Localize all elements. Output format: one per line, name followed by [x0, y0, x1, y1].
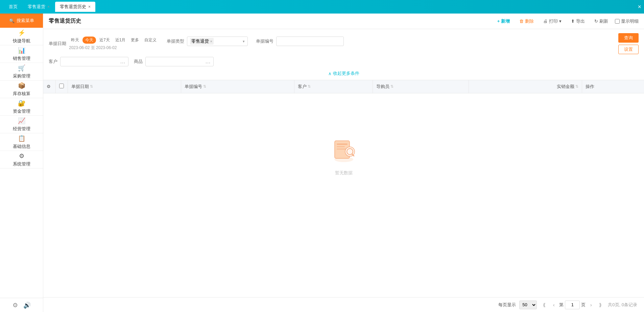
sys-mgmt-icon: ⚙ [19, 152, 24, 160]
tab-retail-return-close[interactable]: × [47, 4, 50, 9]
date-1month-btn[interactable]: 近1月 [113, 37, 128, 44]
search-menu-label: 搜索菜单 [17, 18, 34, 24]
last-page-button[interactable]: ⟫ [596, 301, 604, 309]
voucher-type-group: 单据类型 零售退货 × ▾ [167, 37, 248, 46]
tab-retail-return[interactable]: 零售退货 × [23, 2, 54, 12]
export-button[interactable]: ⬆ 导出 [568, 17, 588, 26]
next-page-button[interactable]: › [587, 301, 595, 309]
collapse-label: 收起更多条件 [333, 70, 359, 76]
display-detail-toggle[interactable]: 显示明细 [615, 18, 639, 24]
sidebar: 🔍 搜索菜单 ⚡ 快捷导航 📊 销售管理 🛒 采购管理 📦 库存核算 🔐 [0, 14, 43, 312]
collapse-icon: ∧ [328, 71, 332, 76]
guide-sort-icon[interactable]: ⇅ [390, 84, 393, 89]
voucher-type-select[interactable]: 零售退货 × ▾ [187, 37, 248, 46]
sidebar-item-basic-info[interactable]: 📋 基础信息 [0, 133, 43, 151]
sidebar-item-sales-mgmt[interactable]: 📊 销售管理 [0, 45, 43, 63]
empty-state: 暂无数据 [43, 93, 644, 196]
date-more-btn[interactable]: 更多 [129, 37, 141, 44]
date-col: 昨天 今天 近7天 近1月 更多 自定义 2023-06-02 至 2023-0… [69, 37, 159, 51]
per-page-select[interactable]: 20 50 100 200 [519, 300, 537, 309]
volume-icon[interactable]: 🔊 [23, 302, 31, 309]
prev-page-button[interactable]: ‹ [550, 301, 558, 309]
delete-button[interactable]: 🗑 删除 [517, 17, 536, 26]
display-detail-checkbox[interactable] [615, 19, 620, 24]
th-operation-label: 操作 [586, 84, 594, 89]
page-nav: ⟪ ‹ 第 1 页 › ⟫ [540, 300, 604, 309]
sidebar-item-quick-nav[interactable]: ⚡ 快捷导航 [0, 28, 43, 45]
voucher-number-input[interactable] [276, 37, 344, 46]
data-table: ⚙ 单据日期 ⇅ 单据编号 [43, 80, 644, 196]
date-yesterday-btn[interactable]: 昨天 [69, 37, 81, 44]
customer-sort-icon[interactable]: ⇅ [308, 84, 311, 89]
print-icon: 🖨 [543, 19, 548, 24]
page-title: 零售退货历史 [49, 18, 81, 25]
voucher-number-sort-icon[interactable]: ⇅ [203, 84, 206, 89]
page-label: 第 [559, 302, 564, 308]
th-customer[interactable]: 客户 ⇅ [294, 80, 373, 93]
tab-home[interactable]: 首页 [4, 2, 22, 12]
new-button[interactable]: + 新增 [495, 17, 512, 26]
sidebar-item-biz-mgmt[interactable]: 📈 经营管理 [0, 116, 43, 133]
tab-retail-return-label: 零售退货 [28, 4, 45, 10]
goods-label: 商品 [134, 59, 143, 65]
filter-area: 单据日期 昨天 今天 近7天 近1月 更多 自定义 2023-06-02 至 2… [43, 29, 644, 80]
th-operation: 操作 [582, 80, 644, 93]
th-guide[interactable]: 导购员 ⇅ [373, 80, 469, 93]
date-7days-btn[interactable]: 近7天 [97, 37, 112, 44]
voucher-type-arrow: ▾ [243, 39, 245, 44]
page-number-input[interactable]: 1 [565, 300, 580, 309]
th-checkbox[interactable] [55, 80, 68, 93]
goods-filter-group: 商品 … [134, 57, 214, 66]
sidebar-item-purchase-label: 采购管理 [13, 73, 30, 79]
th-voucher-date[interactable]: 单据日期 ⇅ [68, 80, 181, 93]
voucher-type-tag-close[interactable]: × [210, 39, 212, 43]
customer-label: 客户 [49, 59, 57, 65]
search-icon: 🔍 [9, 18, 15, 23]
customer-input-wrap[interactable]: … [60, 57, 128, 66]
date-custom-btn[interactable]: 自定义 [142, 37, 159, 44]
date-filters: 昨天 今天 近7天 近1月 更多 自定义 [69, 37, 159, 44]
sidebar-item-inventory[interactable]: 📦 库存核算 [0, 81, 43, 98]
first-page-button[interactable]: ⟪ [540, 301, 548, 309]
th-voucher-number-label: 单据编号 [185, 84, 202, 90]
purchase-mgmt-icon: 🛒 [18, 64, 25, 72]
voucher-date-sort-icon[interactable]: ⇅ [90, 84, 93, 89]
th-settings[interactable]: ⚙ [43, 80, 55, 93]
biz-mgmt-icon: 📈 [18, 117, 25, 125]
actual-amount-sort-icon[interactable]: ⇅ [575, 84, 578, 89]
goods-dots-icon[interactable]: … [205, 59, 211, 65]
goods-input-wrap[interactable]: … [145, 57, 214, 66]
sidebar-item-inventory-label: 库存核算 [13, 91, 30, 97]
collapse-bar[interactable]: ∧ 收起更多条件 [49, 69, 639, 77]
print-button[interactable]: 🖨 打印 ▾ [541, 17, 564, 26]
filter-section: 单据日期 昨天 今天 近7天 近1月 更多 自定义 2023-06-02 至 2… [49, 37, 613, 51]
top-bar-right: × [635, 3, 641, 10]
sidebar-item-purchase-mgmt[interactable]: 🛒 采购管理 [0, 63, 43, 81]
print-button-label: 打印 [549, 18, 558, 24]
query-button[interactable]: 查询 [618, 33, 639, 43]
date-today-btn[interactable]: 今天 [82, 37, 96, 44]
select-all-checkbox[interactable] [59, 84, 64, 88]
tab-retail-return-history-close[interactable]: × [88, 4, 91, 9]
th-voucher-number[interactable]: 单据编号 ⇅ [181, 80, 294, 93]
th-guide-label: 导购员 [376, 84, 389, 90]
sidebar-item-finance-label: 资金管理 [13, 108, 30, 114]
settings-button[interactable]: 设置 [618, 45, 639, 54]
customer-dots-icon[interactable]: … [120, 59, 125, 65]
settings-gear-icon[interactable]: ⚙ [47, 84, 51, 89]
sidebar-item-sys-mgmt[interactable]: ⚙ 系统管理 [0, 151, 43, 169]
window-close-button[interactable]: × [638, 3, 641, 10]
basic-info-icon: 📋 [18, 135, 25, 142]
per-page-label: 每页显示 [498, 302, 516, 308]
settings-icon[interactable]: ⚙ [13, 302, 18, 309]
sales-mgmt-icon: 📊 [18, 47, 25, 54]
search-menu-button[interactable]: 🔍 搜索菜单 [0, 14, 43, 28]
sidebar-item-finance-mgmt[interactable]: 🔐 资金管理 [0, 98, 43, 116]
customer-input[interactable] [63, 59, 120, 64]
tab-retail-return-history[interactable]: 零售退货历史 × [55, 2, 95, 12]
th-actual-amount[interactable]: 实销金额 ⇅ [469, 80, 582, 93]
svg-rect-3 [337, 146, 345, 147]
refresh-button[interactable]: ↻ 刷新 [592, 17, 611, 26]
goods-input[interactable] [148, 59, 205, 64]
header-actions: + 新增 🗑 删除 🖨 打印 ▾ ⬆ 导出 ↻ 刷新 [495, 17, 639, 26]
